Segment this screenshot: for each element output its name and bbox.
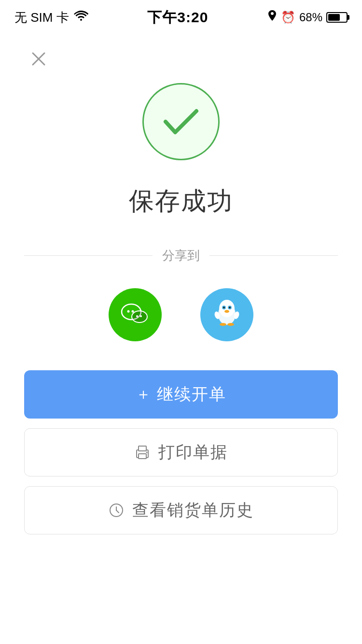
svg-point-14 xyxy=(224,310,229,313)
printer-icon xyxy=(134,444,151,461)
svg-point-4 xyxy=(127,310,130,313)
svg-line-25 xyxy=(116,510,119,513)
action-buttons: ＋ 继续开单 打印单据 查看销货单历史 xyxy=(24,370,338,534)
print-label: 打印单据 xyxy=(158,441,228,463)
svg-point-9 xyxy=(219,300,235,317)
wifi-icon xyxy=(74,11,88,24)
history-icon xyxy=(108,502,125,518)
share-icons-row xyxy=(24,288,338,341)
print-button[interactable]: 打印单据 xyxy=(24,428,338,476)
svg-point-6 xyxy=(136,315,138,317)
svg-point-7 xyxy=(140,315,142,317)
svg-point-5 xyxy=(132,310,134,313)
success-area: 保存成功 xyxy=(24,83,338,218)
wechat-share-button[interactable] xyxy=(109,288,162,341)
qq-share-button[interactable] xyxy=(200,288,253,341)
history-label: 查看销货单历史 xyxy=(132,499,254,521)
share-label: 分享到 xyxy=(153,247,209,264)
continue-order-label: 继续开单 xyxy=(157,383,226,406)
svg-point-3 xyxy=(132,311,147,322)
svg-point-15 xyxy=(220,323,226,326)
plus-icon: ＋ xyxy=(136,384,152,405)
battery-indicator xyxy=(326,12,348,23)
page-content: 保存成功 分享到 xyxy=(0,35,362,534)
svg-point-13 xyxy=(229,307,231,308)
svg-point-16 xyxy=(227,323,234,326)
svg-rect-21 xyxy=(139,446,146,451)
close-button[interactable] xyxy=(24,44,53,73)
svg-point-22 xyxy=(146,452,148,453)
alarm-icon: ⏰ xyxy=(281,11,295,24)
share-section: 分享到 xyxy=(24,247,338,341)
status-right: ⏰ 68% xyxy=(267,10,348,25)
divider-right xyxy=(209,255,338,256)
status-bar: 无 SIM 卡 下午3:20 ⏰ 68% xyxy=(0,0,362,35)
svg-rect-20 xyxy=(139,454,146,459)
divider-left xyxy=(24,255,153,256)
share-divider: 分享到 xyxy=(24,247,338,264)
time-display: 下午3:20 xyxy=(147,8,208,28)
carrier-text: 无 SIM 卡 xyxy=(14,9,69,26)
location-icon xyxy=(267,10,277,25)
status-left: 无 SIM 卡 xyxy=(14,9,88,26)
history-button[interactable]: 查看销货单历史 xyxy=(24,486,338,534)
success-title: 保存成功 xyxy=(129,184,233,218)
success-circle xyxy=(142,83,220,160)
svg-point-12 xyxy=(223,307,225,308)
continue-order-button[interactable]: ＋ 继续开单 xyxy=(24,370,338,419)
battery-text: 68% xyxy=(299,11,322,24)
